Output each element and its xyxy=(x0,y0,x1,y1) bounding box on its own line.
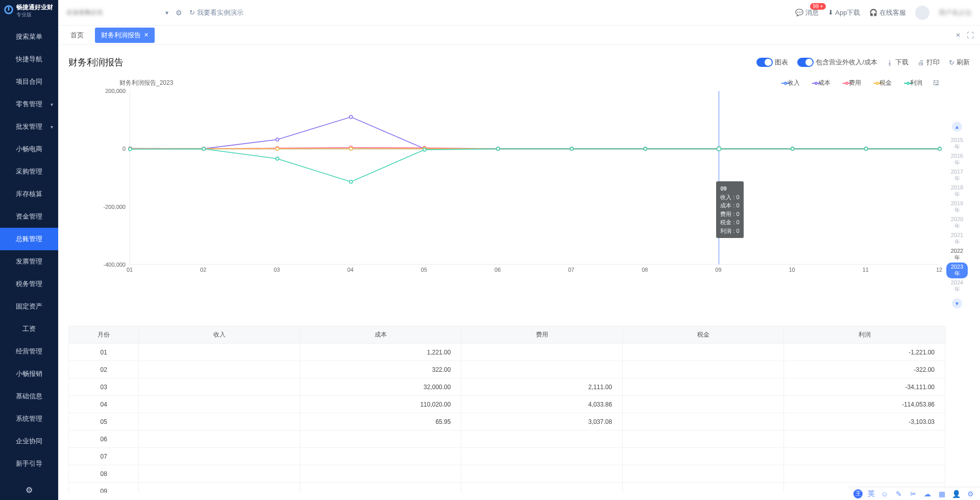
gear-icon: ⚙ xyxy=(26,485,33,495)
nav-item[interactable]: 经营管理 xyxy=(0,340,58,363)
nav-item[interactable]: 税务管理 xyxy=(0,273,58,295)
toggle-chart[interactable]: 图表 xyxy=(756,58,788,67)
chevron-down-icon[interactable]: ▾ xyxy=(165,9,168,16)
scroll-down-icon[interactable]: ▼ xyxy=(952,298,962,308)
svg-point-41 xyxy=(350,147,353,150)
sync-icon: ↻ xyxy=(189,9,195,16)
nav-item[interactable]: 总账管理 xyxy=(0,228,58,250)
nav-item[interactable]: 快捷导航 xyxy=(0,48,58,70)
nav-item[interactable]: 小畅电商 xyxy=(0,138,58,160)
org-name[interactable]: 企业名称占位 xyxy=(66,8,158,17)
year-item[interactable]: 2015年 xyxy=(946,136,968,152)
toggle-include-nonop[interactable]: 包含营业外收入/成本 xyxy=(797,58,877,67)
ime-lang[interactable]: 英 xyxy=(868,489,875,498)
scroll-up-icon[interactable]: ▲ xyxy=(952,122,962,132)
year-item[interactable]: 2018年 xyxy=(946,183,968,199)
table-header: 收入 xyxy=(139,326,300,344)
toggle-switch-icon xyxy=(756,58,773,67)
avatar[interactable] xyxy=(915,6,929,20)
svg-point-50 xyxy=(129,148,132,151)
ime-pill[interactable]: 王 xyxy=(853,489,863,498)
ime-emoji-icon[interactable]: ☺ xyxy=(880,489,889,498)
year-item[interactable]: 2020年 xyxy=(946,215,968,231)
page-header: 财务利润报告 图表 包含营业外收入/成本 ⭳下载 🖨打印 ↻刷新 xyxy=(68,52,970,73)
year-item[interactable]: 2024年 xyxy=(946,278,968,294)
legend-item[interactable]: 收入 xyxy=(776,79,800,87)
ime-settings-icon[interactable]: ⚙ xyxy=(966,489,975,498)
nav-item[interactable]: 项目合同 xyxy=(0,70,58,93)
download-button[interactable]: ⭳下载 xyxy=(887,58,909,67)
nav-item[interactable]: 库存核算 xyxy=(0,183,58,205)
legend-item[interactable]: 费用 xyxy=(838,79,861,87)
nav-item[interactable]: 企业协同 xyxy=(0,430,58,453)
online-service-link[interactable]: 🎧 在线客服 xyxy=(869,8,906,17)
brand-edition: 专业版 xyxy=(16,12,53,17)
x-axis-label: 09 xyxy=(715,267,721,273)
tab-active[interactable]: 财务利润报告 ✕ xyxy=(95,28,155,43)
legend-item[interactable]: 税金 xyxy=(868,79,892,87)
nav-item[interactable]: 采购管理 xyxy=(0,160,58,183)
data-table-block: 月份收入成本费用税金利润011,221.00-1,221.0002322.00-… xyxy=(68,326,945,493)
table-row: 0332,000.002,111.00-34,111.00 xyxy=(69,378,945,396)
table-row: 06 xyxy=(69,431,945,448)
chart-block: 财务利润报告_2023 收入成本费用税金利润🖫 200,0000-200,000… xyxy=(68,76,970,280)
demo-link[interactable]: ↻ 我要看实例演示 xyxy=(189,8,243,17)
year-item[interactable]: 2023年 xyxy=(946,263,968,278)
nav-settings[interactable]: ⚙ xyxy=(0,480,58,500)
ime-grid-icon[interactable]: ▦ xyxy=(937,489,946,498)
tab-home[interactable]: 首页 xyxy=(64,28,90,43)
ime-cloud-icon[interactable]: ☁ xyxy=(923,489,932,498)
chart-legend: 收入成本费用税金利润🖫 xyxy=(776,79,939,87)
svg-point-52 xyxy=(276,157,279,160)
print-button[interactable]: 🖨打印 xyxy=(918,58,940,67)
refresh-icon: ↻ xyxy=(949,59,954,66)
nav-item[interactable]: 固定资产 xyxy=(0,295,58,318)
nav-item[interactable]: 批发管理▾ xyxy=(0,115,58,138)
year-item[interactable]: 2022年 xyxy=(946,247,968,263)
year-item[interactable]: 2019年 xyxy=(946,199,968,215)
ime-scissors-icon[interactable]: ✂ xyxy=(909,489,918,498)
x-axis-label: 08 xyxy=(642,267,648,273)
nav-item[interactable]: 系统管理 xyxy=(0,408,58,430)
y-axis-label: 0 xyxy=(122,146,126,152)
nav-item[interactable]: 工资 xyxy=(0,318,58,340)
x-axis-label: 05 xyxy=(421,267,427,273)
table-row: 04110,020.004,033.86-114,053.86 xyxy=(69,396,945,413)
ime-edit-icon[interactable]: ✎ xyxy=(894,489,903,498)
x-axis-label: 12 xyxy=(936,267,942,273)
nav-item[interactable]: 发票管理 xyxy=(0,250,58,273)
page-title: 财务利润报告 xyxy=(68,56,124,68)
nav-item[interactable]: 基础信息 xyxy=(0,385,58,408)
nav-item[interactable]: 新手引导 xyxy=(0,453,58,475)
toggle-switch-icon xyxy=(797,58,814,67)
refresh-button[interactable]: ↻刷新 xyxy=(949,58,970,67)
nav-item[interactable]: 小畅报销 xyxy=(0,363,58,385)
download-icon: ⭳ xyxy=(887,59,893,66)
nav-item[interactable]: 搜索菜单 xyxy=(0,26,58,48)
app-download-link[interactable]: ⬇ App下载 xyxy=(828,8,860,17)
fullscreen-icon[interactable]: ⛶ xyxy=(967,31,974,39)
year-item[interactable]: 2021年 xyxy=(946,231,968,247)
close-icon[interactable]: ✕ xyxy=(144,32,149,38)
year-item[interactable]: 2016年 xyxy=(946,152,968,168)
close-all-icon[interactable]: ✕ xyxy=(955,32,961,39)
x-axis-label: 11 xyxy=(863,267,869,273)
messages-button[interactable]: 💬 消息 99 + xyxy=(795,8,819,17)
ime-user-icon[interactable]: 👤 xyxy=(951,489,961,498)
year-item[interactable]: 2017年 xyxy=(946,168,968,183)
username[interactable]: 用户名占位 xyxy=(939,8,972,17)
chart-canvas[interactable]: 200,0000-200,000-400,000 010203040506070… xyxy=(130,91,939,265)
save-chart-icon[interactable]: 🖫 xyxy=(933,79,939,87)
settings-icon[interactable]: ⚙ xyxy=(176,9,182,17)
svg-point-61 xyxy=(938,147,941,150)
x-axis-label: 01 xyxy=(127,267,133,273)
legend-item[interactable]: 利润 xyxy=(899,79,922,87)
svg-point-57 xyxy=(644,147,647,150)
legend-item[interactable]: 成本 xyxy=(807,79,830,87)
nav-item[interactable]: 零售管理▾ xyxy=(0,93,58,115)
nav-item[interactable]: 资金管理 xyxy=(0,205,58,228)
chart-tooltip: 09收入 : 0成本 : 0费用 : 0税金 : 0利润 : 0 xyxy=(716,181,743,238)
download-icon: ⬇ xyxy=(828,9,834,16)
year-timeline: ▲ 2015年2016年2017年2018年2019年2020年2021年202… xyxy=(946,122,968,308)
table-header: 税金 xyxy=(623,326,784,344)
